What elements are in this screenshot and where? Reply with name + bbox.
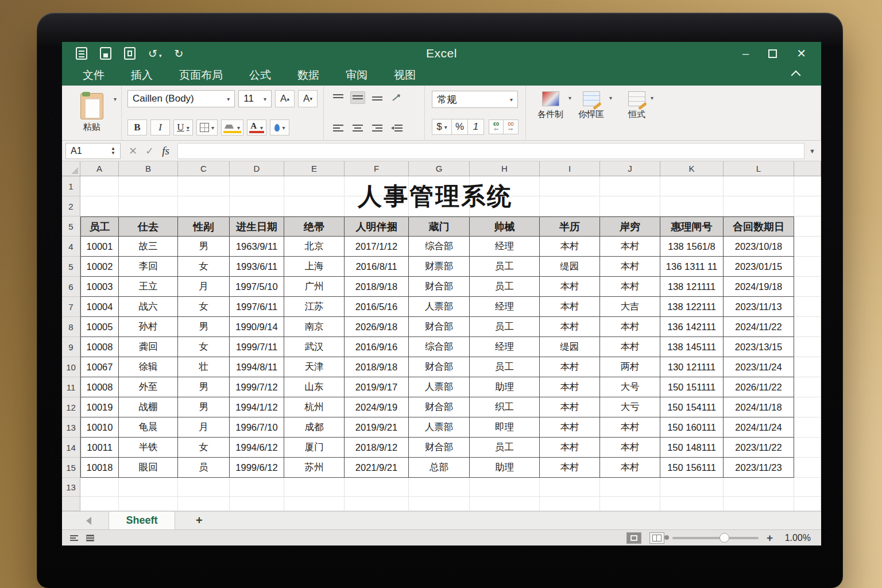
row-header-12[interactable]: 12: [62, 397, 80, 417]
row-header-10[interactable]: 10: [62, 357, 80, 377]
minimize-button[interactable]: –: [742, 47, 749, 60]
cell[interactable]: [284, 497, 345, 511]
cell-K15[interactable]: 150 156111: [660, 458, 724, 478]
cell-C7[interactable]: 女: [178, 297, 230, 317]
cell-K9[interactable]: 138 145111: [660, 337, 724, 357]
add-sheet-button[interactable]: +: [196, 514, 203, 527]
cell-J11[interactable]: 大号: [600, 377, 660, 397]
table-header-cell[interactable]: 帅械: [470, 216, 540, 237]
cell-E12[interactable]: 杭州: [284, 397, 345, 417]
cell[interactable]: [409, 478, 470, 497]
row-header-1[interactable]: 1: [62, 176, 80, 196]
cell[interactable]: [660, 478, 724, 497]
font-color-button[interactable]: A▾: [247, 119, 266, 136]
row-header-13[interactable]: 13: [62, 478, 80, 497]
orientation-button[interactable]: [389, 91, 404, 104]
cell[interactable]: [794, 397, 821, 417]
decrease-decimal-button[interactable]: 00⇨: [504, 119, 519, 134]
column-header-C[interactable]: C: [178, 161, 230, 176]
column-header-F[interactable]: F: [345, 161, 409, 176]
cell-J5[interactable]: 本村: [600, 257, 660, 277]
cell-L14[interactable]: 2023/11/22: [724, 438, 794, 458]
cell[interactable]: [178, 497, 230, 511]
cell-L5[interactable]: 2023/01/15: [724, 257, 794, 277]
cell-F11[interactable]: 2019/9/17: [345, 377, 409, 397]
cell-G13[interactable]: 人票部: [409, 417, 470, 438]
cell-F15[interactable]: 2021/9/21: [345, 458, 409, 478]
cell[interactable]: [178, 478, 230, 497]
cell[interactable]: [724, 176, 794, 196]
zoom-slider[interactable]: [672, 537, 759, 539]
collapse-ribbon-icon[interactable]: [792, 69, 800, 78]
cell-H12[interactable]: 织工: [470, 397, 540, 417]
column-header-J[interactable]: J: [600, 161, 660, 176]
cell-B15[interactable]: 眼回: [119, 458, 178, 478]
sheet-nav-left-icon[interactable]: [86, 517, 91, 525]
percent-button[interactable]: %: [452, 119, 468, 135]
cell-G6[interactable]: 财合部: [409, 277, 470, 297]
cell-B12[interactable]: 战棚: [119, 397, 178, 417]
sheet-tab[interactable]: Sheeft: [109, 512, 175, 530]
table-header-cell[interactable]: 惠理闸号: [660, 216, 724, 237]
row-header-partial[interactable]: [62, 497, 80, 511]
cell-L9[interactable]: 2023/13/15: [724, 337, 794, 357]
row-header-9[interactable]: 9: [62, 337, 80, 357]
cell-E8[interactable]: 南京: [284, 317, 345, 337]
cell-H9[interactable]: 经理: [470, 337, 540, 357]
cell-G5[interactable]: 财票部: [409, 257, 470, 277]
column-header-B[interactable]: B: [119, 161, 178, 176]
cell-I14[interactable]: 本村: [540, 438, 600, 458]
table-header-cell[interactable]: 蔵门: [409, 216, 470, 237]
cell-D11[interactable]: 1999/7/12: [230, 377, 284, 397]
cell-I7[interactable]: 本村: [540, 297, 600, 317]
cell-G8[interactable]: 财合部: [409, 317, 470, 337]
menu-item-0[interactable]: 文件: [83, 68, 105, 83]
cell-E11[interactable]: 山东: [284, 377, 345, 397]
cell-A9[interactable]: 10008: [80, 337, 119, 357]
row-header-2[interactable]: 2: [62, 196, 80, 216]
cell-F4[interactable]: 2017/1/12: [345, 237, 409, 257]
cell-F9[interactable]: 2016/9/16: [345, 337, 409, 357]
cell-A11[interactable]: 10008: [80, 377, 119, 397]
menu-item-5[interactable]: 审阅: [346, 68, 368, 83]
cell-H6[interactable]: 员工: [470, 277, 540, 297]
select-all-corner[interactable]: [62, 161, 80, 176]
cell-H5[interactable]: 员工: [470, 257, 540, 277]
cell-J4[interactable]: 本村: [600, 237, 660, 257]
row-header-4[interactable]: 4: [62, 237, 80, 257]
cell-A12[interactable]: 10019: [80, 397, 119, 417]
cell-K14[interactable]: 150 148111: [660, 438, 724, 458]
cell-B13[interactable]: 龟晨: [119, 417, 178, 438]
cell-K12[interactable]: 150 154111: [660, 397, 724, 417]
cell-L13[interactable]: 2024/11/24: [724, 417, 794, 438]
cell-C15[interactable]: 员: [178, 458, 230, 478]
cell[interactable]: [794, 478, 821, 497]
cell[interactable]: [794, 216, 821, 237]
cell[interactable]: [794, 277, 821, 297]
table-header-cell[interactable]: 员工: [80, 216, 119, 237]
cell-D13[interactable]: 1996/7/10: [230, 417, 284, 438]
row-header-6[interactable]: 6: [62, 277, 80, 297]
cell[interactable]: [794, 497, 821, 511]
cell-G12[interactable]: 财合部: [409, 397, 470, 417]
menu-item-1[interactable]: 插入: [131, 68, 153, 83]
cell-K11[interactable]: 150 151111: [660, 377, 724, 397]
cell[interactable]: [345, 497, 409, 511]
row-header-7[interactable]: 7: [62, 297, 80, 317]
cell-L8[interactable]: 2024/11/22: [724, 317, 794, 337]
column-header-L[interactable]: L: [724, 161, 794, 176]
zoom-out-icon[interactable]: [664, 535, 669, 540]
cell-H15[interactable]: 助理: [470, 458, 540, 478]
cell-A6[interactable]: 10003: [80, 277, 119, 297]
cell-F10[interactable]: 2018/9/18: [345, 357, 409, 377]
formula-input[interactable]: [177, 143, 804, 159]
bold-button[interactable]: B: [127, 119, 147, 136]
cell-J9[interactable]: 本村: [600, 337, 660, 357]
cell-I11[interactable]: 本村: [540, 377, 600, 397]
formula-bar-expand-icon[interactable]: ▼: [809, 148, 818, 154]
cell[interactable]: [80, 497, 119, 511]
cell-H14[interactable]: 员工: [470, 438, 540, 458]
paste-caret-icon[interactable]: ▾: [114, 96, 117, 102]
font-size-select[interactable]: 11 ▾: [238, 90, 272, 107]
cell-K13[interactable]: 150 160111: [660, 417, 724, 438]
